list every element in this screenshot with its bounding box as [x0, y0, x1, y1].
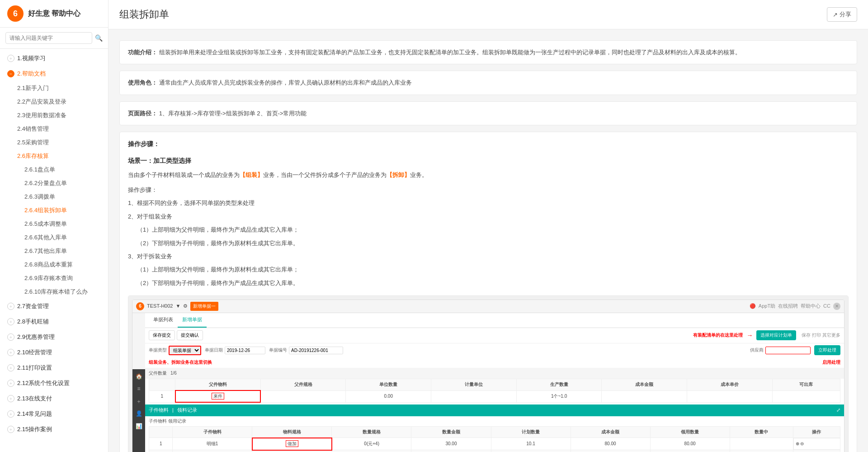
annotation1-text: 有装配清单的在这里处理	[693, 331, 743, 339]
sidebar-item-2-6-3[interactable]: 2.6.3调拨单	[0, 190, 108, 204]
sidebar-item-2-6-2[interactable]: 2.6.2分量盘点单	[0, 176, 108, 190]
sidebar-item-2[interactable]: − 2.帮助文档	[0, 66, 108, 81]
main-header: 组装拆卸单 ↗ 分享	[108, 0, 868, 29]
app-recruit: 在线招聘	[778, 302, 798, 311]
share-button[interactable]: ↗ 分享	[827, 7, 857, 22]
cell-cost-unit	[687, 390, 773, 402]
sidebar-item-2-5[interactable]: 2.5采购管理	[0, 136, 108, 149]
field-no-input[interactable]	[289, 347, 343, 354]
app-confirm-btn[interactable]: 提交确认	[177, 330, 203, 340]
sidebar-item-2-6-6[interactable]: 2.6.6其他入库单	[0, 231, 108, 244]
minus-icon-2: −	[7, 70, 14, 77]
nav-home-icon: 🏠	[136, 372, 142, 382]
cell-num: 1	[149, 390, 175, 402]
lcol-plan-qty: 计划数量	[491, 426, 571, 438]
field-supplier-input[interactable]	[765, 347, 811, 354]
sidebar-item-2-7[interactable]: + 2.7资金管理	[0, 299, 108, 314]
sidebar-item-2-6-8[interactable]: 2.6.8商品成本重算	[0, 258, 108, 271]
sidebar-item-2-6-9[interactable]: 2.6.9库存账本查询	[0, 271, 108, 285]
sidebar-label-1: 1.视频学习	[17, 54, 46, 62]
app-tab-list[interactable]: 单据列表	[149, 313, 178, 328]
plus-icon-2-15: +	[7, 426, 14, 433]
sidebar-item-2-6-5[interactable]: 2.6.5成本调整单	[0, 217, 108, 231]
step2: 2、对于组装业务	[128, 211, 849, 222]
sidebar: 6 好生意 帮助中心 🔍 + 1.视频学习 − 2.帮助文档 2.1新手入门 2…	[0, 0, 108, 452]
lower-section-header: 子件物料 | 领料记录 ⤢	[145, 404, 844, 416]
sidebar-item-2-9[interactable]: + 2.9优惠券管理	[0, 329, 108, 345]
col-measure: 计量单位	[431, 379, 517, 391]
field-date: 单据日期	[205, 346, 265, 354]
lower-section-tab2[interactable]: 领料记录	[177, 406, 197, 415]
sidebar-item-2-1[interactable]: 2.1新手入门	[0, 81, 108, 95]
lcol-cost: 成本金额	[571, 426, 650, 438]
sidebar-item-2-6-1[interactable]: 2.6.1盘点单	[0, 163, 108, 176]
close-icon[interactable]: ✕	[833, 303, 840, 310]
sidebar-item-2-8[interactable]: + 2.8手机旺辅	[0, 314, 108, 329]
col-cost-amt: 成本金额	[602, 379, 687, 391]
highlight-2: 【拆卸】	[387, 171, 410, 178]
steps-title: 操作步骤：	[128, 138, 849, 150]
arrow-icon-1: →	[746, 330, 753, 341]
nav-section: + 1.视频学习 − 2.帮助文档 2.1新手入门 2.2产品安装及登录 2.3…	[0, 49, 108, 439]
sidebar-item-2-6-7[interactable]: 2.6.7其他出库单	[0, 244, 108, 258]
sidebar-item-2-4[interactable]: 2.4销售管理	[0, 122, 108, 136]
app-subheader: 父件数量 1/6	[145, 368, 844, 379]
app-toolbar-row: 保存提交 提交确认 有装配清单的在这里处理 → 选择对应计划单 保存 打印 其它…	[145, 328, 844, 343]
lrow2-cost: 0.00	[571, 450, 650, 452]
plus-icon-2-14: +	[7, 410, 14, 418]
sidebar-item-2-15[interactable]: + 2.15操作案例	[0, 422, 108, 437]
main-area: 组装拆卸单 ↗ 分享 功能介绍： 组装拆卸单用来处理企业组装或拆卸等加工业务，支…	[108, 0, 868, 452]
sidebar-item-2-11[interactable]: + 2.11打印设置	[0, 360, 108, 376]
lower-table-body: 1 明细1 做加 0(元+4) 30.00 10.1 80.00	[149, 438, 840, 452]
app-form-row: 单据类型 组装单据 拆卸单据 单据日期	[145, 343, 844, 357]
plus-icon-2-11: +	[7, 364, 14, 371]
logo-icon: 6	[7, 5, 24, 22]
sidebar-item-2-12[interactable]: + 2.12系统个性化设置	[0, 376, 108, 391]
field-date-input[interactable]	[225, 347, 265, 354]
plus-icon-2-7: +	[7, 303, 14, 310]
field-no: 单据编号	[269, 346, 343, 354]
sidebar-item-2-3[interactable]: 2.3使用前数据准备	[0, 109, 108, 122]
sidebar-item-2-13[interactable]: + 2.13在线支付	[0, 391, 108, 406]
lower-section-tab1[interactable]: 子件物料	[149, 406, 169, 415]
sidebar-item-2-2[interactable]: 2.2产品安装及登录	[0, 95, 108, 109]
sidebar-label-2-7: 2.7资金管理	[17, 302, 49, 310]
app-plan-btn[interactable]: 选择对应计划单	[756, 330, 796, 340]
screenshot-inner: 6 TEST-H002 ▼ ⚙ 新增单据一 🔴 AppT助 在线招聘 帮助中心	[128, 296, 848, 452]
app-gear-icon: ⚙	[183, 302, 188, 311]
sidebar-label-2-10: 2.10经营管理	[17, 348, 52, 357]
app-tab-new: 新增单据一	[190, 302, 218, 311]
plus-icon-2-12: +	[7, 380, 14, 387]
lrow1-spec: 做加	[252, 438, 332, 450]
sidebar-item-2-6[interactable]: 2.6库存核算	[0, 149, 108, 163]
role-block: 使用角色： 通常由生产人员或库管人员完成拆装业务的操作，库管人员确认原材料的出库…	[119, 71, 857, 95]
app-tab-bar: 单据列表 新增单据	[145, 313, 844, 328]
lrow1-qty-spec: 0(元+4)	[332, 438, 411, 450]
lcol-qty-spec: 数量规格	[332, 426, 411, 438]
app-topbar-left: 6 TEST-H002 ▼ ⚙ 新增单据一	[136, 302, 218, 311]
app-main-content: 单据列表 新增单据 保存提交 提交确认	[145, 313, 844, 452]
search-input[interactable]	[5, 32, 92, 44]
sidebar-item-2-10[interactable]: + 2.10经营管理	[0, 345, 108, 360]
lrow2-plan	[491, 450, 571, 452]
sidebar-item-2-14[interactable]: + 2.14常见问题	[0, 406, 108, 422]
sidebar-item-1[interactable]: + 1.视频学习	[0, 51, 108, 66]
col-parent-item: 父件物料	[175, 379, 261, 391]
nav-list-icon: ≡	[137, 384, 140, 394]
annotation2-row: 组装业务、拆卸业务在这里切换 启用处理	[145, 357, 844, 368]
role-label: 使用角色：	[128, 79, 157, 86]
search-button[interactable]: 🔍	[95, 34, 103, 42]
app-tab-new[interactable]: 新增单据	[178, 313, 207, 328]
lcol-used-qty: 领用数量	[650, 426, 730, 438]
sidebar-item-2-6-4[interactable]: 2.6.4组装拆卸单	[0, 204, 108, 217]
lrow1-item: 明细1	[173, 438, 252, 450]
table-row: 1 明细1 做加 0(元+4) 30.00 10.1 80.00	[149, 438, 840, 450]
field-type-select[interactable]: 组装单据 拆卸单据	[169, 346, 201, 355]
app-dropdown-icon: ▼	[175, 302, 180, 311]
app-topbar: 6 TEST-H002 ▼ ⚙ 新增单据一 🔴 AppT助 在线招聘 帮助中心	[132, 300, 844, 313]
app-confirm2-btn[interactable]: 立即处理	[814, 345, 840, 355]
sidebar-item-2-6-10[interactable]: 2.6.10库存账本错了么办	[0, 285, 108, 299]
app-save-btn[interactable]: 保存提交	[149, 330, 175, 340]
intro-block: 功能介绍： 组装拆卸单用来处理企业组装或拆卸等加工业务，支持有固定装配清单的产品…	[119, 40, 857, 64]
upper-table: 父件物料 父件规格 单位数量 计量单位 生产数量 成本金额 成本单价	[149, 379, 840, 403]
